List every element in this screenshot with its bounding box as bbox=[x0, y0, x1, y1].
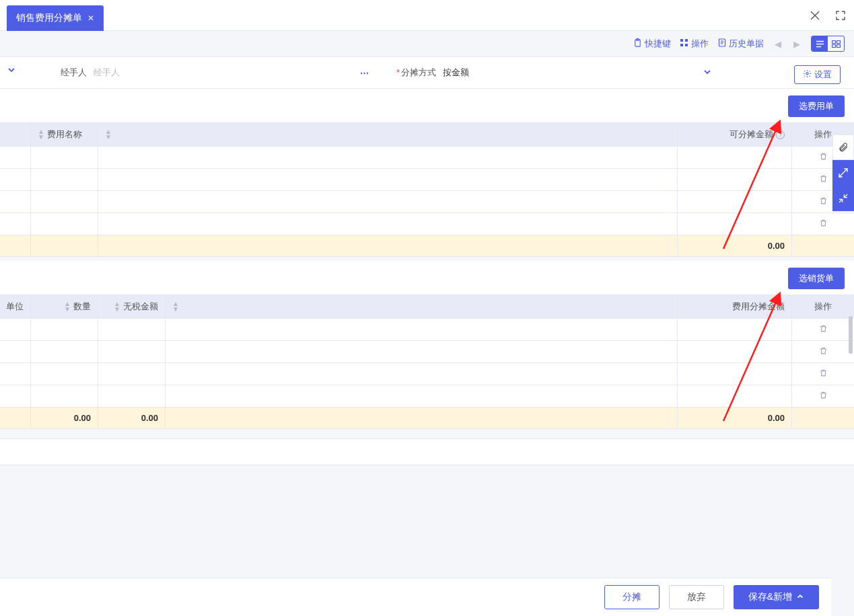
table-row[interactable] bbox=[0, 190, 854, 213]
gear-icon bbox=[803, 69, 812, 80]
svg-rect-5 bbox=[685, 44, 688, 46]
handler-label: 经手人 bbox=[61, 67, 87, 79]
select-sales-button[interactable]: 选销货单 bbox=[788, 268, 845, 289]
attachment-icon[interactable] bbox=[832, 134, 854, 160]
trash-icon[interactable] bbox=[819, 346, 828, 357]
sales-total-alloc: 0.00 bbox=[678, 408, 792, 428]
view-mode-card[interactable] bbox=[828, 36, 844, 51]
collapse-chevron-icon[interactable] bbox=[7, 65, 16, 77]
page-toolbar: 快捷键 操作 历史单据 ◀ ▶ bbox=[0, 31, 854, 56]
required-star-icon: * bbox=[396, 67, 400, 77]
svg-rect-9 bbox=[832, 44, 835, 47]
expense-totals-row: 0.00 bbox=[0, 235, 854, 256]
trash-icon[interactable] bbox=[819, 391, 828, 401]
settings-label: 设置 bbox=[814, 69, 832, 81]
sort-icon: ▲▼ bbox=[105, 129, 112, 140]
sort-icon: ▲▼ bbox=[38, 129, 44, 140]
sales-total-qty: 0.00 bbox=[31, 408, 98, 428]
operate-label: 操作 bbox=[691, 38, 709, 50]
footer-bar: 分摊 放弃 保存&新增 bbox=[0, 578, 831, 616]
history-label: 历史单据 bbox=[729, 38, 764, 50]
sales-table: 单位 ▲▼ 数量 ▲▼ 无税金额 ▲▼ 费用分摊金额 操作 bbox=[0, 295, 854, 428]
save-and-new-button[interactable]: 保存&新增 bbox=[734, 585, 819, 609]
sort-icon: ▲▼ bbox=[64, 301, 71, 312]
trash-icon[interactable] bbox=[819, 369, 828, 379]
view-mode-toggle bbox=[811, 36, 845, 52]
notes-section[interactable] bbox=[0, 438, 854, 465]
info-icon[interactable]: ? bbox=[776, 130, 785, 139]
svg-rect-10 bbox=[837, 44, 840, 47]
svg-rect-2 bbox=[680, 39, 683, 42]
sales-section: 选销货单 单位 ▲▼ 数量 ▲▼ 无税金额 ▲▼ 费用分摊金额 操作 bbox=[0, 261, 854, 429]
operate-link[interactable]: 操作 bbox=[680, 38, 709, 50]
sales-col-blank[interactable]: ▲▼ bbox=[166, 295, 678, 318]
discard-button[interactable]: 放弃 bbox=[669, 585, 724, 609]
svg-rect-8 bbox=[837, 40, 840, 43]
next-doc-icon[interactable]: ▶ bbox=[792, 39, 802, 49]
expense-section: 选费用单 ▲▼ 费用名称 ▲▼ 可分摊金额 ? 操作 bbox=[0, 89, 854, 257]
trash-icon[interactable] bbox=[819, 219, 828, 229]
trash-icon[interactable] bbox=[819, 174, 828, 185]
sales-col-notax[interactable]: ▲▼ 无税金额 bbox=[98, 295, 166, 318]
sort-icon: ▲▼ bbox=[114, 301, 120, 312]
table-row[interactable] bbox=[0, 213, 854, 235]
chevron-down-icon bbox=[703, 67, 712, 79]
method-label: *分摊方式 bbox=[396, 67, 436, 79]
expense-col-amount[interactable]: 可分摊金额 ? bbox=[678, 123, 792, 146]
trash-icon[interactable] bbox=[819, 196, 828, 207]
close-tab-icon[interactable]: ✕ bbox=[87, 13, 94, 23]
trash-icon[interactable] bbox=[819, 152, 828, 163]
select-expense-button[interactable]: 选费用单 bbox=[788, 95, 845, 117]
handler-input[interactable]: 经手人 ⋯ bbox=[94, 67, 369, 79]
chevron-up-icon bbox=[796, 592, 804, 603]
table-row[interactable] bbox=[0, 146, 854, 168]
settings-button[interactable]: 设置 bbox=[794, 65, 841, 84]
history-link[interactable]: 历史单据 bbox=[718, 38, 764, 50]
grid-icon bbox=[680, 39, 688, 49]
expense-total-amount: 0.00 bbox=[678, 235, 792, 256]
fullscreen-icon[interactable] bbox=[832, 7, 849, 24]
close-panel-icon[interactable] bbox=[807, 7, 823, 24]
form-header: 经手人 经手人 ⋯ *分摊方式 按金额 设置 bbox=[0, 56, 854, 89]
allocate-button[interactable]: 分摊 bbox=[604, 585, 660, 609]
svg-rect-3 bbox=[685, 39, 688, 42]
sales-col-op: 操作 bbox=[792, 295, 854, 318]
method-select[interactable]: 按金额 bbox=[443, 67, 712, 79]
shortcut-link[interactable]: 快捷键 bbox=[633, 38, 671, 50]
tab-title: 销售费用分摊单 bbox=[16, 12, 82, 24]
svg-rect-7 bbox=[832, 40, 835, 43]
table-row[interactable] bbox=[0, 340, 854, 362]
table-row[interactable] bbox=[0, 318, 854, 340]
expand-in-icon[interactable] bbox=[832, 186, 854, 211]
sales-col-unit: 单位 bbox=[0, 295, 31, 318]
svg-point-11 bbox=[806, 73, 808, 75]
clipboard-icon bbox=[633, 38, 642, 49]
active-tab[interactable]: 销售费用分摊单 ✕ bbox=[7, 5, 104, 31]
prev-doc-icon[interactable]: ◀ bbox=[773, 39, 783, 49]
expense-col-name[interactable]: ▲▼ 费用名称 bbox=[31, 123, 98, 146]
trash-icon[interactable] bbox=[819, 324, 828, 335]
expense-col-partial bbox=[0, 123, 31, 146]
sort-icon: ▲▼ bbox=[172, 301, 179, 312]
more-icon[interactable]: ⋯ bbox=[360, 68, 369, 78]
table-row[interactable] bbox=[0, 362, 854, 385]
scrollbar-thumb[interactable] bbox=[849, 316, 853, 354]
view-mode-list[interactable] bbox=[812, 36, 828, 51]
method-value: 按金额 bbox=[443, 67, 469, 79]
svg-rect-4 bbox=[680, 44, 683, 46]
sales-col-alloc[interactable]: 费用分摊金额 bbox=[678, 295, 792, 318]
table-row[interactable] bbox=[0, 168, 854, 190]
side-rail bbox=[832, 134, 854, 211]
doc-icon bbox=[718, 38, 726, 49]
sales-col-qty[interactable]: ▲▼ 数量 bbox=[31, 295, 98, 318]
expand-out-icon[interactable] bbox=[832, 160, 854, 186]
table-row[interactable] bbox=[0, 385, 854, 407]
expense-table: ▲▼ 费用名称 ▲▼ 可分摊金额 ? 操作 0.00 bbox=[0, 122, 854, 256]
save-new-label: 保存&新增 bbox=[748, 591, 792, 603]
sales-totals-row: 0.00 0.00 0.00 bbox=[0, 407, 854, 428]
tab-bar: 销售费用分摊单 ✕ bbox=[0, 0, 854, 31]
sales-total-notax: 0.00 bbox=[98, 408, 166, 428]
handler-placeholder: 经手人 bbox=[94, 67, 120, 79]
expense-col-blank[interactable]: ▲▼ bbox=[98, 123, 678, 146]
shortcut-label: 快捷键 bbox=[645, 38, 671, 50]
